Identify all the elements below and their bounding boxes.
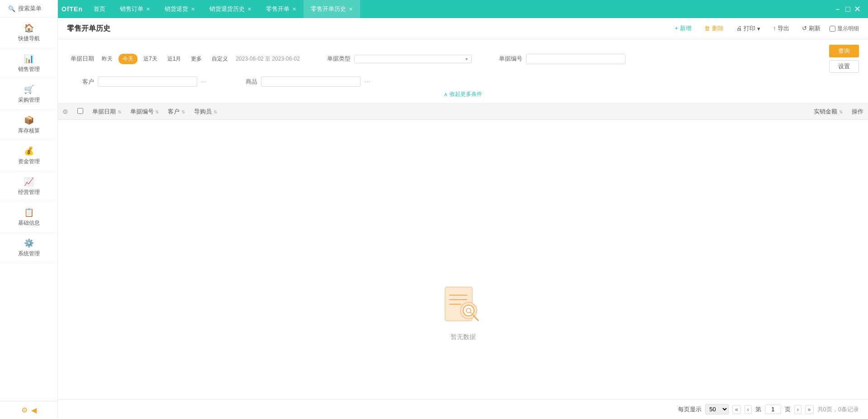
date-btn-more[interactable]: 更多 [187, 54, 206, 64]
sidebar-item-purchase-mgmt[interactable]: 🛒 采购管理 [0, 79, 57, 110]
empty-svg [436, 282, 490, 328]
date-btn-custom[interactable]: 自定义 [208, 54, 232, 64]
query-button[interactable]: 查询 [829, 45, 859, 57]
tab-sales-return-history[interactable]: 销货退货历史 ✕ [202, 0, 259, 18]
sidebar-search[interactable]: 🔍 搜索菜单 [0, 0, 57, 18]
data-table: ⚙ 单据日期 ⇅ 单据编号 ⇅ [58, 104, 868, 120]
goods-picker-btn[interactable]: ··· [364, 78, 370, 86]
sidebar-item-finance[interactable]: 💰 资金管理 [0, 141, 57, 171]
refresh-button[interactable]: ↺ 刷新 [798, 23, 824, 34]
th-amount[interactable]: 实销金额 ⇅ [809, 104, 847, 120]
svg-point-5 [463, 305, 474, 316]
tab-retail-open[interactable]: 零售开单 ✕ [259, 0, 304, 18]
tab-sales-return[interactable]: 销货退货 ✕ [157, 0, 202, 18]
page-input[interactable] [765, 405, 781, 414]
sidebar-collapse-btn[interactable]: ◀ [31, 406, 37, 414]
tab-retail-open-history[interactable]: 零售开单历史 ✕ [304, 0, 360, 18]
export-button[interactable]: ↑ 导出 [769, 23, 793, 34]
th-number-sort-icon: ⇅ [155, 109, 159, 114]
print-label: 🖨 打印 [736, 24, 756, 33]
show-detail-input[interactable] [830, 26, 835, 32]
sidebar-item-label: 基础信息 [18, 219, 40, 227]
filter-date-group: 单据日期 昨天 今天 近7天 近1月 更多 自定义 2023-06-02 至 2… [67, 54, 300, 64]
window-maximize[interactable]: □ [845, 5, 850, 14]
tab-retail-open-history-close[interactable]: ✕ [349, 6, 353, 12]
date-btn-1month[interactable]: 近1月 [163, 54, 185, 64]
th-customer[interactable]: 客户 ⇅ [163, 104, 190, 120]
show-detail-label: 显示明细 [837, 25, 859, 33]
tab-sales-return-close[interactable]: ✕ [191, 6, 195, 12]
tab-home[interactable]: 首页 [86, 0, 113, 18]
next-page-btn[interactable]: › [794, 405, 802, 414]
th-salesperson[interactable]: 导购员 ⇅ [190, 104, 222, 120]
first-page-btn[interactable]: « [732, 405, 741, 414]
tab-sales-order-close[interactable]: ✕ [146, 6, 150, 12]
goods-label: 商品 [230, 78, 257, 86]
number-input[interactable] [526, 54, 626, 64]
date-range-display: 2023-06-02 至 2023-06-02 [236, 55, 299, 63]
sales-mgmt-icon: 📊 [24, 54, 34, 64]
select-all-checkbox[interactable] [77, 108, 83, 114]
date-btn-yesterday[interactable]: 昨天 [98, 54, 117, 64]
type-select[interactable]: ▾ [354, 55, 472, 63]
tab-retail-open-close[interactable]: ✕ [292, 6, 296, 12]
svg-line-6 [474, 315, 478, 320]
empty-text: 暂无数据 [451, 333, 476, 341]
show-detail-checkbox[interactable]: 显示明细 [830, 25, 859, 33]
window-controls: － □ ✕ [834, 0, 868, 18]
add-button[interactable]: + 新增 [671, 23, 695, 34]
sidebar-settings-btn[interactable]: ⚙ [21, 406, 28, 414]
column-settings-icon[interactable]: ⚙ [62, 108, 68, 115]
table-area: ⚙ 单据日期 ⇅ 单据编号 ⇅ [58, 104, 868, 399]
pagination: 每页显示 50 10 20 100 « ‹ 第 页 › » 共0页，0条记录 [58, 399, 868, 419]
filter-collapse-btn[interactable]: ∧ 收起更多条件 [67, 90, 859, 98]
th-amount-label: 实销金额 [814, 108, 837, 115]
goods-input[interactable] [261, 76, 360, 87]
settings-button[interactable]: 设置 [829, 60, 859, 73]
th-action-label: 操作 [852, 108, 863, 115]
per-page-select[interactable]: 50 10 20 100 [705, 404, 729, 414]
sidebar-item-operations[interactable]: 📈 经营管理 [0, 171, 57, 202]
th-gear: ⚙ [58, 104, 73, 120]
sidebar-item-inventory[interactable]: 📦 库存核算 [0, 110, 57, 141]
customer-input[interactable] [98, 76, 197, 87]
sidebar-item-sales-mgmt[interactable]: 📊 销售管理 [0, 48, 57, 79]
date-btn-7days[interactable]: 近7天 [139, 54, 161, 64]
export-label: ↑ 导出 [773, 24, 789, 33]
print-button[interactable]: 🖨 打印 ▾ [733, 23, 764, 34]
window-minimize[interactable]: － [834, 4, 842, 14]
tab-sales-return-history-close[interactable]: ✕ [247, 6, 251, 12]
th-action: 操作 [847, 104, 868, 120]
type-label: 单据类型 [323, 55, 351, 63]
th-date[interactable]: 单据日期 ⇅ [88, 104, 126, 120]
sidebar-item-label: 销售管理 [18, 66, 40, 73]
customer-picker-btn[interactable]: ··· [201, 78, 207, 86]
finance-icon: 💰 [24, 146, 34, 156]
filter-number-group: 单据编号 [495, 54, 626, 64]
window-close[interactable]: ✕ [854, 4, 861, 14]
last-page-btn[interactable]: » [805, 405, 814, 414]
delete-button[interactable]: 🗑 删除 [701, 23, 727, 34]
empty-illustration [436, 282, 490, 328]
filter-row-1: 单据日期 昨天 今天 近7天 近1月 更多 自定义 2023-06-02 至 2… [67, 45, 859, 73]
refresh-label: ↺ 刷新 [802, 24, 821, 33]
th-number-label: 单据编号 [130, 108, 154, 115]
sidebar-item-label: 快捷导航 [18, 35, 40, 42]
tab-sales-order-label: 销售订单 [120, 5, 143, 13]
sidebar-item-sys-mgmt[interactable]: ⚙️ 系统管理 [0, 233, 57, 264]
add-label: + 新增 [675, 24, 692, 33]
sidebar-item-quick-nav[interactable]: 🏠 快捷导航 [0, 18, 57, 48]
th-number[interactable]: 单据编号 ⇅ [126, 104, 164, 120]
prev-page-btn[interactable]: ‹ [745, 405, 752, 414]
th-spacer [222, 104, 810, 120]
tab-home-label: 首页 [94, 5, 105, 13]
collapse-icon: ∧ [444, 91, 448, 98]
date-btn-today[interactable]: 今天 [119, 54, 138, 64]
sidebar-item-basic-info[interactable]: 📋 基础信息 [0, 202, 57, 233]
sidebar-item-label: 经营管理 [18, 188, 40, 196]
th-date-label: 单据日期 [92, 108, 116, 115]
query-buttons: 查询 设置 [829, 45, 859, 73]
filter-goods-group: 商品 ··· [230, 76, 370, 87]
tab-sales-order[interactable]: 销售订单 ✕ [113, 0, 157, 18]
filter-row-2: 客户 ··· 商品 ··· [67, 76, 859, 87]
